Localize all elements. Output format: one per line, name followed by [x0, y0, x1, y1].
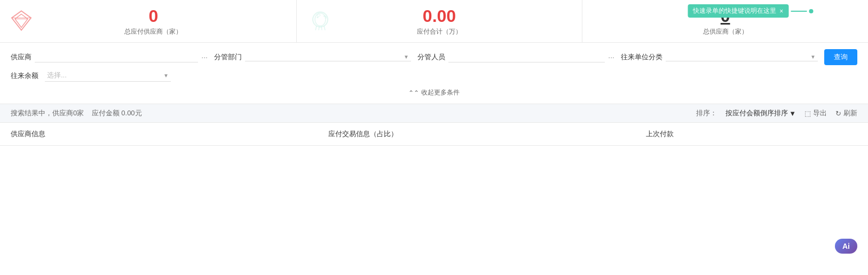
stat-total-suppliers: 快速录单的快捷键说明在这里 × 0 总供应商（家） [582, 0, 868, 42]
collapse-bar: ⌃⌃ 收起更多条件 [11, 86, 857, 99]
col-last-payment-header: 上次付款 [646, 129, 858, 139]
results-right: 排序： 按应付会额倒序排序 ▼ ⬚ 导出 ↻ 刷新 [696, 108, 857, 118]
unit-class-select[interactable]: ▼ [666, 53, 818, 61]
svg-point-7 [317, 14, 320, 16]
logo-area [11, 10, 32, 33]
person-field: 分管人员 ··· [417, 52, 614, 62]
total-payable-value: 0 [148, 6, 158, 26]
piggy-icon-area [307, 7, 333, 35]
total-suppliers-label: 总供应商（家） [703, 27, 748, 36]
total-payable-label: 总应付供应商（家） [124, 27, 182, 36]
supplier-field: 供应商 ··· [11, 52, 208, 62]
balance-placeholder: 选择... [47, 70, 161, 80]
person-dots[interactable]: ··· [608, 53, 614, 61]
payable-total-label: 应付合计（万） [417, 27, 462, 36]
collapse-button[interactable]: ⌃⌃ 收起更多条件 [408, 88, 460, 97]
col-supplier-info-header: 供应商信息 [11, 129, 328, 139]
tooltip-container: 快速录单的快捷键说明在这里 × [688, 4, 813, 18]
export-label: 导出 [813, 108, 827, 118]
person-label: 分管人员 [417, 52, 445, 62]
unit-class-label: 往来单位分类 [621, 52, 662, 62]
balance-select[interactable]: 选择... ▼ [45, 69, 171, 82]
empty-content-area [0, 146, 868, 275]
sort-chevron-icon: ▼ [789, 109, 796, 117]
search-row-1: 供应商 ··· 分管部门 ▼ 分管人员 ··· 往来单位分类 ▼ [11, 49, 857, 65]
export-icon: ⬚ [804, 109, 811, 117]
unit-class-chevron-icon: ▼ [810, 54, 816, 60]
export-button[interactable]: ⬚ 导出 [804, 108, 827, 118]
stats-bar: 0 总应付供应商（家） 0.00 应付合计（万） 快速录单的快捷键说明在这里 [0, 0, 868, 43]
svg-marker-1 [15, 14, 28, 27]
col-transaction-header: 应付交易信息（占比） [328, 129, 646, 139]
sort-value: 按应付会额倒序排序 [725, 108, 788, 118]
dept-select[interactable]: ▼ [245, 53, 411, 61]
results-bar: 搜索结果中，供应商0家 应付金额 0.00元 排序： 按应付会额倒序排序 ▼ ⬚… [0, 104, 868, 123]
results-summary-area: 搜索结果中，供应商0家 应付金额 0.00元 [11, 108, 142, 118]
tooltip-box: 快速录单的快捷键说明在这里 × [688, 4, 788, 18]
supplier-label: 供应商 [11, 52, 31, 62]
results-amount: 应付金额 0.00元 [92, 109, 142, 117]
balance-chevron-icon: ▼ [163, 73, 169, 78]
search-panel: 供应商 ··· 分管部门 ▼ 分管人员 ··· 往来单位分类 ▼ [0, 43, 868, 104]
collapse-label: 收起更多条件 [421, 88, 460, 97]
refresh-label: 刷新 [843, 108, 857, 118]
ai-btn-area: Ai [835, 239, 857, 254]
tooltip-dot [809, 9, 813, 13]
sort-label: 排序： [696, 108, 717, 118]
ai-button[interactable]: Ai [835, 239, 857, 254]
tooltip-line [791, 11, 807, 12]
stat-total-payable-suppliers: 0 总应付供应商（家） [0, 0, 297, 42]
sort-select[interactable]: 按应付会额倒序排序 ▼ [725, 108, 796, 118]
table-area: 供应商信息 应付交易信息（占比） 上次付款 [0, 123, 868, 275]
dept-field: 分管部门 ▼ [214, 52, 411, 62]
tooltip-close-btn[interactable]: × [779, 7, 783, 15]
dept-chevron-icon: ▼ [404, 54, 409, 60]
table-header: 供应商信息 应付交易信息（占比） 上次付款 [0, 123, 868, 146]
svg-point-6 [317, 17, 318, 18]
collapse-up-icon: ⌃⌃ [408, 89, 419, 97]
person-input[interactable] [448, 52, 605, 62]
results-summary: 搜索结果中，供应商0家 [11, 109, 84, 117]
payable-total-value: 0.00 [423, 6, 456, 26]
supplier-dots[interactable]: ··· [201, 53, 208, 61]
search-row-2: 往来余额 选择... ▼ [11, 69, 171, 82]
balance-label: 往来余额 [11, 71, 38, 81]
dept-label: 分管部门 [214, 52, 242, 62]
refresh-icon: ↻ [835, 109, 841, 117]
query-button[interactable]: 查询 [824, 49, 857, 65]
stat-payable-total: 0.00 应付合计（万） [297, 0, 583, 42]
refresh-button[interactable]: ↻ 刷新 [835, 108, 857, 118]
tooltip-text: 快速录单的快捷键说明在这里 [693, 6, 776, 15]
unit-class-field: 往来单位分类 ▼ [621, 52, 818, 62]
supplier-input[interactable] [35, 52, 198, 62]
